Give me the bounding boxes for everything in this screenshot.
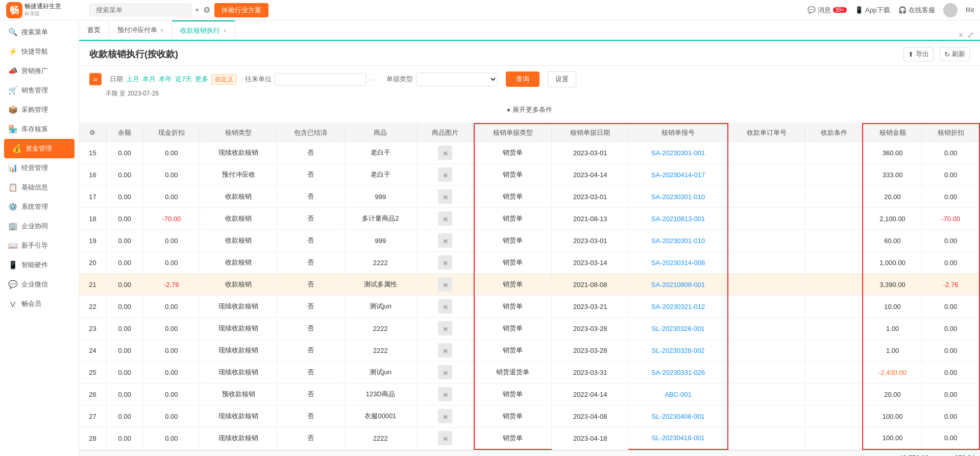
filter-this-year[interactable]: 本年: [159, 75, 172, 84]
tab-bar: 首页 预付冲应付单 × 收款核销执行 × × ⤢: [79, 20, 980, 41]
col-header-include-settled: 包含已结清: [277, 124, 344, 142]
tab-close-all-icon[interactable]: ×: [959, 31, 963, 40]
cell-verify-bill-date: 2023-03-31: [552, 362, 629, 383]
cell-receipt-order-no: [728, 296, 805, 318]
refresh-button[interactable]: ↻ 刷新: [940, 47, 970, 61]
filter-expand-button[interactable]: »: [89, 73, 102, 85]
col-header-product-img: 商品图片: [416, 124, 474, 142]
filter-last-month[interactable]: 上月: [126, 75, 139, 84]
filter-this-month[interactable]: 本月: [142, 75, 156, 84]
chevron-down-icon[interactable]: ▾: [195, 6, 199, 14]
cell-product-img: ▣: [416, 274, 474, 296]
query-button[interactable]: 查询: [506, 71, 540, 87]
cell-receipt-condition: [805, 208, 863, 230]
cell-verify-bill-no: SA-20230314-008: [629, 252, 728, 274]
cell-verify-type: 现续收款核销: [200, 318, 277, 340]
message-icon: 💬: [807, 6, 816, 14]
sidebar-item-enterprise[interactable]: 🏢 企业协同: [0, 217, 79, 236]
filter-partner-input[interactable]: [275, 73, 366, 86]
cell-receipt-order-no: [728, 208, 805, 230]
cell-verify-bill-date: 2023-03-01: [552, 186, 629, 208]
filter-last7[interactable]: 近7天: [175, 75, 192, 84]
cell-include-settled: 否: [277, 252, 344, 274]
cell-verify-bill-no: SL-20230328-001: [629, 318, 728, 340]
cell-receipt-condition: [805, 362, 863, 383]
settings-button[interactable]: 设置: [548, 71, 576, 87]
tab-receipt-verify-close[interactable]: ×: [223, 28, 226, 34]
sidebar-item-sales[interactable]: 🛒 销售管理: [0, 81, 79, 100]
expand-more-conditions[interactable]: ▾ 展开更多条件: [501, 103, 558, 116]
cell-balance: 0.00: [106, 383, 143, 405]
col-header-gear[interactable]: ⚙: [79, 124, 106, 142]
sidebar-item-base-info[interactable]: 📋 基础信息: [0, 178, 79, 197]
cell-verify-amount: 10.00: [863, 296, 922, 318]
cell-verify-bill-no: SA-20230301-001: [629, 142, 728, 164]
cell-verify-bill-type: 销货单: [474, 230, 552, 252]
tab-maximize-icon[interactable]: ⤢: [967, 30, 974, 40]
avatar[interactable]: [943, 3, 958, 17]
message-area[interactable]: 💬 消息 99+: [807, 6, 847, 15]
cell-receipt-condition: [805, 230, 863, 252]
refresh-icon: ↻: [944, 51, 950, 58]
search-input[interactable]: [89, 4, 191, 16]
table-row: 16 0.00 0.00 预付冲应收 否 老白干 ▣ 销货单 2023-04-1…: [79, 164, 979, 186]
col-header-verify-bill-type: 核销单据类型: [474, 124, 552, 142]
filter-custom-btn[interactable]: 自定义: [211, 74, 237, 85]
cell-verify-bill-type: 销货单: [474, 296, 552, 318]
cell-verify-amount: 2,100.00: [863, 208, 922, 230]
cell-verify-amount: 100.00: [863, 427, 922, 449]
filter-bill-type-select[interactable]: [416, 73, 498, 86]
sidebar-item-marketing[interactable]: 📣 营销推广: [0, 61, 79, 81]
cell-product-img: ▣: [416, 383, 474, 405]
cell-product-img: ▣: [416, 230, 474, 252]
tab-home[interactable]: 首页: [79, 20, 109, 40]
cell-product-img: ▣: [416, 340, 474, 362]
export-icon: ⬆: [908, 51, 914, 58]
export-button[interactable]: ⬆ 导出: [903, 47, 934, 61]
sidebar-item-purchase[interactable]: 📦 采购管理: [0, 100, 79, 119]
tab-receipt-verify[interactable]: 收款核销执行 ×: [172, 20, 235, 40]
cell-verify-amount: 1,000.00: [863, 252, 922, 274]
app-download[interactable]: 📱 App下载: [855, 6, 890, 15]
cell-product-img: ▣: [416, 208, 474, 230]
cell-receipt-order-no: [728, 142, 805, 164]
sidebar-item-finance[interactable]: 💰 资金管理: [4, 139, 75, 158]
logo-badge: 标准版: [24, 10, 61, 17]
cell-verify-bill-date: 2023-04-08: [552, 405, 629, 427]
cell-verify-discount: 0.00: [922, 318, 979, 340]
cell-verify-bill-date: 2022-04-14: [552, 383, 629, 405]
col-header-verify-bill-date: 核销单据日期: [552, 124, 629, 142]
tab-prepay-close[interactable]: ×: [160, 27, 163, 33]
cell-no: 22: [79, 296, 106, 318]
sidebar-item-system[interactable]: ⚙️ 系统管理: [0, 197, 79, 217]
industry-btn[interactable]: 休验行业方案: [214, 3, 268, 17]
cell-no: 24: [79, 340, 106, 362]
cell-cash-discount: 0.00: [143, 427, 200, 449]
filter-more-dates[interactable]: 更多: [195, 75, 208, 84]
sidebar-item-weixin[interactable]: 💬 企业微信: [0, 275, 79, 294]
sidebar-item-member[interactable]: V 畅会员: [0, 294, 79, 314]
tab-prepay[interactable]: 预付冲应付单 ×: [109, 20, 172, 40]
cell-verify-amount: 20.00: [863, 383, 922, 405]
cell-balance: 0.00: [106, 142, 143, 164]
cell-verify-bill-date: 2023-03-01: [552, 142, 629, 164]
cell-verify-discount: 0.00: [922, 252, 979, 274]
sidebar-item-operations[interactable]: 📊 经营管理: [0, 158, 79, 178]
cell-verify-bill-no: ABC-001: [629, 383, 728, 405]
sidebar-item-inventory[interactable]: 🏪 库存核算: [0, 119, 79, 139]
sidebar-item-quick-nav[interactable]: ⚡ 快捷导航: [0, 42, 79, 61]
sidebar-item-search[interactable]: 🔍 搜索菜单: [0, 22, 79, 42]
gear-icon[interactable]: ⚙: [203, 5, 210, 15]
table-row: 21 0.00 -2.76 收款核销 否 测试多属性 ▣ 销货单 2021-08…: [79, 274, 979, 296]
lightning-icon: ⚡: [8, 47, 17, 56]
main-layout: 🔍 搜索菜单 ⚡ 快捷导航 📣 营销推广 🛒 销售管理 📦 采购管理 🏪 库存核…: [0, 20, 980, 456]
table-row: 19 0.00 0.00 收款核销 否 999 ▣ 销货单 2023-03-01…: [79, 230, 979, 252]
filter-partner-dots[interactable]: ···: [370, 76, 378, 83]
cell-verify-bill-no: SA-20230331-026: [629, 362, 728, 383]
cell-verify-type: 预付冲应收: [200, 164, 277, 186]
sidebar-item-guide[interactable]: 📖 新手引导: [0, 236, 79, 255]
sidebar-item-smart-hw[interactable]: 📱 智能硬件: [0, 255, 79, 275]
cell-verify-amount: 1.00: [863, 340, 922, 362]
sidebar-label-marketing: 营销推广: [21, 66, 48, 76]
online-service[interactable]: 🎧 在线客服: [898, 6, 935, 15]
